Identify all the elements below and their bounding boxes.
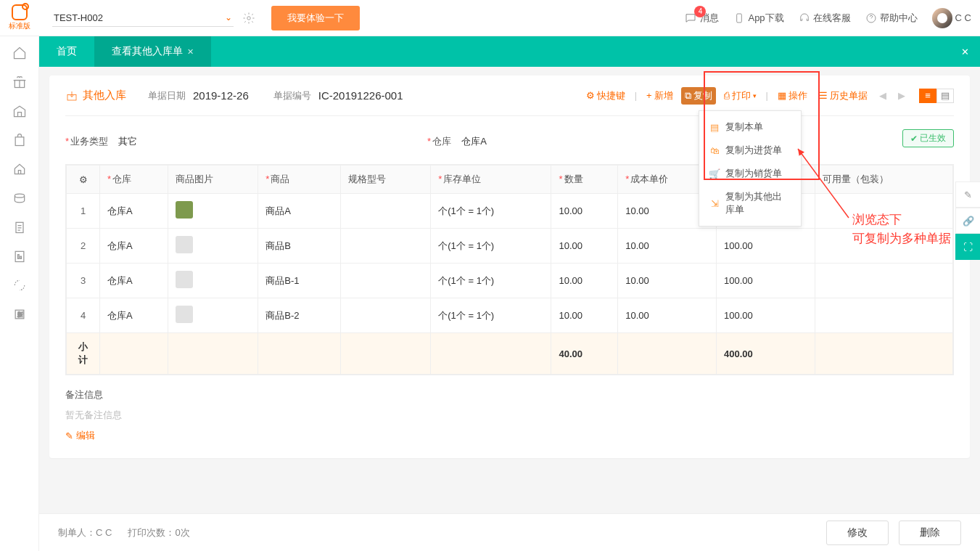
workspace-selector[interactable]: TEST-H002 ⌄ (52, 9, 234, 27)
support-link[interactable]: 在线客服 (799, 12, 851, 25)
help-link[interactable]: 帮助中心 (865, 12, 918, 25)
user-menu[interactable]: C C (932, 8, 971, 28)
try-button[interactable]: 我要体验一下 (271, 6, 360, 30)
app-download-label: App下载 (748, 12, 783, 25)
messages-link[interactable]: 消息 4 (684, 12, 719, 25)
logo-icon (12, 4, 28, 20)
workspace-name: TEST-H002 (54, 12, 103, 23)
help-icon (865, 12, 877, 24)
help-label: 帮助中心 (880, 12, 918, 25)
top-right-actions: 消息 4 App下载 在线客服 帮助中心 C C (684, 8, 971, 28)
chevron-down-icon: ⌄ (225, 12, 232, 23)
gear-icon[interactable] (242, 12, 255, 25)
username: C C (955, 12, 971, 23)
app-logo: 标准版 (9, 4, 30, 31)
logo-label: 标准版 (9, 21, 30, 31)
support-label: 在线客服 (813, 12, 851, 25)
svg-point-0 (247, 16, 251, 20)
messages-badge: 4 (694, 6, 706, 17)
top-bar: 标准版 TEST-H002 ⌄ 我要体验一下 消息 4 App下载 在线客服 (0, 0, 980, 36)
headset-icon (799, 12, 810, 24)
avatar-icon (932, 8, 952, 28)
svg-rect-1 (737, 14, 742, 23)
app-download-link[interactable]: App下载 (733, 12, 783, 25)
phone-icon (733, 12, 745, 24)
